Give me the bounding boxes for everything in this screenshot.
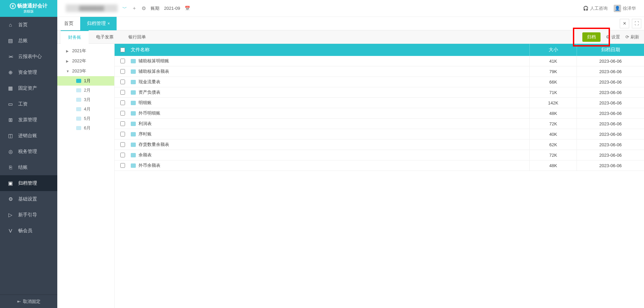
chevron-down-icon[interactable]: ﹀ (122, 5, 127, 11)
table-row[interactable]: 序时账40K2023-06-06 (115, 129, 644, 140)
table-row[interactable]: 现金流量表66K2023-06-06 (115, 77, 644, 87)
folder-icon (76, 98, 81, 102)
tab-0[interactable]: 首页 (57, 17, 80, 30)
file-date: 2023-06-06 (577, 150, 644, 160)
tab-1[interactable]: 归档管理× (80, 17, 117, 30)
table-row[interactable]: 资产负债表71K2023-06-06 (115, 87, 644, 98)
settings-link[interactable]: ⚙设置 (606, 34, 620, 40)
user-menu[interactable]: 👤徐泽华 (614, 5, 636, 12)
row-checkbox[interactable] (120, 80, 125, 84)
sidebar-item-2[interactable]: ⫘云报表中心 (0, 49, 57, 64)
table-row[interactable]: 辅助核算余额表79K2023-06-06 (115, 66, 644, 77)
file-name: 余额表 (139, 152, 152, 158)
file-size: 66K (529, 77, 577, 87)
company-selector[interactable]: ████████ (66, 4, 118, 12)
tree-month[interactable]: 4月 (57, 104, 114, 114)
table-row[interactable]: 明细账142K2023-06-06 (115, 98, 644, 108)
file-name: 外币余额表 (139, 162, 160, 168)
sidebar-label: 归档管理 (18, 180, 37, 186)
tree-month[interactable]: 5月 (57, 114, 114, 123)
tree-month[interactable]: 3月 (57, 95, 114, 104)
sidebar-item-3[interactable]: ⊕资金管理 (0, 64, 57, 80)
tree-year[interactable]: ▶2022年 (57, 56, 114, 66)
sidebar-item-6[interactable]: ⊞发票管理 (0, 112, 57, 128)
file-date: 2023-06-06 (577, 98, 644, 108)
close-tab-button[interactable]: ✕ (620, 19, 629, 28)
fullscreen-button[interactable]: ⛶ (632, 19, 641, 28)
table-row[interactable]: 存货数量余额表62K2023-06-06 (115, 140, 644, 150)
close-icon[interactable]: × (108, 21, 110, 26)
sidebar-item-9[interactable]: ⎘结账 (0, 159, 57, 175)
table-row[interactable]: 余额表72K2023-06-06 (115, 150, 644, 160)
sidebar-item-11[interactable]: ⚙基础设置 (0, 191, 57, 207)
archive-button[interactable]: 归档 (582, 32, 601, 42)
sidebar-item-12[interactable]: ▷新手引导 (0, 207, 57, 223)
sidebar-item-1[interactable]: ▤总账 (0, 33, 57, 49)
file-icon (131, 132, 136, 136)
period-value[interactable]: 2021-09 (164, 6, 180, 11)
col-size[interactable]: 大小 (529, 44, 577, 56)
sidebar-icon: ⫘ (7, 54, 13, 59)
sidebar-item-4[interactable]: ▦固定资产 (0, 80, 57, 96)
sidebar-item-13[interactable]: V畅会员 (0, 223, 57, 239)
sidebar-item-10[interactable]: ▣归档管理 (0, 175, 57, 191)
file-name: 存货数量余额表 (139, 142, 169, 148)
row-checkbox[interactable] (120, 163, 125, 168)
row-checkbox[interactable] (120, 100, 125, 105)
file-size: 41K (529, 56, 577, 66)
tree-year[interactable]: ▼2023年 (57, 66, 114, 76)
tree-month[interactable]: 1月 (57, 76, 114, 86)
row-checkbox[interactable] (120, 142, 125, 147)
sidebar-label: 税务管理 (18, 149, 37, 155)
sidebar-item-8[interactable]: ◎税务管理 (0, 144, 57, 159)
file-name: 现金流量表 (139, 79, 160, 85)
subtab-0[interactable]: 财务账 (61, 30, 89, 44)
row-checkbox[interactable] (120, 132, 125, 136)
tree-month[interactable]: 6月 (57, 123, 114, 133)
subtab-1[interactable]: 电子发票 (89, 30, 121, 44)
sidebar-icon: ◫ (7, 133, 13, 139)
row-checkbox[interactable] (120, 90, 125, 95)
file-size: 48K (529, 160, 577, 171)
logo-text: 畅捷通好会计 (17, 3, 48, 9)
file-icon (131, 122, 136, 126)
select-all-checkbox[interactable] (120, 48, 125, 52)
file-name: 利润表 (139, 121, 152, 127)
logo-icon: ¥ (10, 3, 16, 9)
plus-icon[interactable]: ＋ (132, 5, 137, 11)
file-date: 2023-06-06 (577, 129, 644, 139)
table-row[interactable]: 外币余额表48K2023-06-06 (115, 160, 644, 171)
sidebar-unpin[interactable]: ⇤取消固定 (0, 295, 57, 308)
row-checkbox[interactable] (120, 121, 125, 126)
consult-link[interactable]: 🎧人工咨询 (583, 5, 608, 11)
main: 首页归档管理× ✕ ⛶ 财务账电子发票银行回单 归档 ⚙设置 ⟳刷新 ▶2021… (57, 17, 644, 308)
subtab-2[interactable]: 银行回单 (121, 30, 153, 44)
file-date: 2023-06-06 (577, 108, 644, 118)
calendar-icon[interactable]: 📅 (185, 6, 190, 11)
refresh-link[interactable]: ⟳刷新 (625, 34, 639, 40)
sidebar-label: 固定资产 (18, 85, 37, 91)
sidebar-item-0[interactable]: ⌂首页 (0, 17, 57, 33)
table-row[interactable]: 利润表72K2023-06-06 (115, 119, 644, 129)
row-checkbox[interactable] (120, 59, 125, 63)
file-name: 资产负债表 (139, 89, 160, 95)
sidebar-label: 发票管理 (18, 117, 37, 123)
row-checkbox[interactable] (120, 69, 125, 74)
col-name[interactable]: 文件名称 (131, 47, 529, 53)
sidebar-item-7[interactable]: ◫进销台账 (0, 128, 57, 144)
file-size: 72K (529, 119, 577, 129)
col-date[interactable]: 归档日期 (577, 44, 644, 56)
row-checkbox[interactable] (120, 153, 125, 157)
logo[interactable]: ¥畅捷通好会计 旗舰版 (0, 0, 57, 17)
tree-month[interactable]: 2月 (57, 86, 114, 95)
file-size: 48K (529, 108, 577, 118)
file-size: 72K (529, 150, 577, 160)
tree-year[interactable]: ▶2021年 (57, 46, 114, 56)
sidebar-label: 工资 (18, 101, 28, 107)
sidebar-item-5[interactable]: ▭工资 (0, 96, 57, 112)
table-row[interactable]: 辅助核算明细账41K2023-06-06 (115, 56, 644, 66)
file-icon (131, 163, 136, 168)
table-row[interactable]: 外币明细账48K2023-06-06 (115, 108, 644, 119)
gear-icon[interactable]: ⚙ (142, 5, 146, 11)
row-checkbox[interactable] (120, 111, 125, 116)
